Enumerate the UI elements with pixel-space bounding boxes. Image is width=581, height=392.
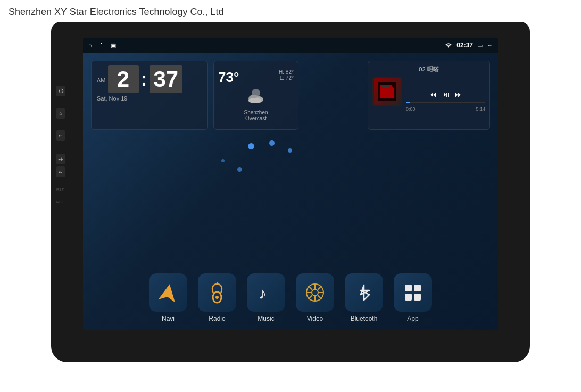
svg-marker-7 [158,282,178,302]
status-bar: ⌂ ⋮ ▣ 02:37 ▭ ← [83,38,498,53]
mic-label: MIC [56,200,65,204]
music-buttons[interactable]: ⏮ ⏯ ⏭ [406,90,485,98]
weather-temp: 73° [218,69,239,86]
music-progress [406,102,485,103]
app-radio[interactable]: Radio [198,273,236,322]
app-music-label: Music [258,315,274,322]
clock-date: Sat, Nov 19 [92,93,208,104]
home-status-icon[interactable]: ⌂ [88,42,92,48]
app-radio-label: Radio [209,315,225,322]
clock-ampm: AM [97,77,106,84]
weather-icon [245,88,267,107]
screen-status-icon[interactable]: ▣ [111,42,116,49]
svg-point-9 [215,296,219,299]
menu-status-icon[interactable]: ⋮ [98,42,104,49]
app-video-label: Video [307,315,323,322]
page-title: Shenzhen XY Star Electronics Technology … [0,0,581,22]
app-navi-label: Navi [162,315,175,322]
svg-rect-25 [414,294,421,301]
weather-condition: Overcast [245,115,267,121]
app-app[interactable]: App [394,273,432,322]
back-button[interactable]: ↩ [56,130,65,141]
clock-colon: : [141,68,147,90]
svg-rect-24 [405,294,412,301]
weather-low: L: 72° [279,75,294,81]
svg-rect-6 [382,89,389,90]
battery-icon: ▭ [477,42,483,49]
svg-rect-5 [382,86,389,88]
app-bluetooth[interactable]: Bluetooth [345,273,383,322]
car-unit: ⏻ ⌂ ↩ ▪+ ▪- RST MIC ⌂ [51,22,530,362]
status-time: 02:37 [456,41,473,49]
vol-up-button[interactable]: ▪+ [56,154,65,164]
app-video[interactable]: Video [296,273,334,322]
left-controls: ⏻ ⌂ ↩ ▪+ ▪- RST MIC [56,86,65,204]
music-time-current: 0:00 [406,106,416,112]
svg-point-3 [248,98,261,103]
wifi-icon [445,41,452,49]
weather-high: H: 82° [279,69,294,75]
app-grid: Navi Radio [83,273,498,322]
svg-line-18 [309,286,312,290]
music-album-art [372,77,402,106]
app-navi[interactable]: Navi [149,273,187,322]
app-bluetooth-label: Bluetooth [351,315,378,322]
power-button[interactable]: ⏻ [56,86,65,96]
app-music[interactable]: ♪ Music [247,273,285,322]
svg-rect-22 [405,285,412,291]
weather-city: Shenzhen [244,110,268,115]
app-app-label: App [407,315,418,322]
svg-line-20 [318,286,322,290]
prev-button[interactable]: ⏮ [429,90,437,98]
weather-widget: 73° H: 82° L: 72° [213,61,298,130]
svg-point-13 [312,289,318,296]
clock-hour: 2 [108,65,139,93]
svg-text:♪: ♪ [259,285,267,302]
music-time-total: 5:14 [476,106,485,112]
music-track-title: 02 嗯嗒 [372,65,485,73]
rst-label: RST [56,188,65,191]
music-widget: 02 嗯嗒 [368,61,490,130]
svg-line-19 [318,296,322,299]
clock-minute: 37 [150,65,183,93]
svg-line-21 [309,296,312,299]
decorative-dots [205,138,312,180]
vol-down-button[interactable]: ▪- [56,166,65,177]
home-button[interactable]: ⌂ [56,108,65,119]
clock-widget: AM 2 : 37 Sat, Nov 19 [91,61,208,130]
play-pause-button[interactable]: ⏯ [442,90,450,98]
svg-rect-23 [414,285,421,291]
screen: ⌂ ⋮ ▣ 02:37 ▭ ← [83,38,498,330]
next-button[interactable]: ⏭ [455,90,462,98]
back-status-icon[interactable]: ← [487,42,493,48]
